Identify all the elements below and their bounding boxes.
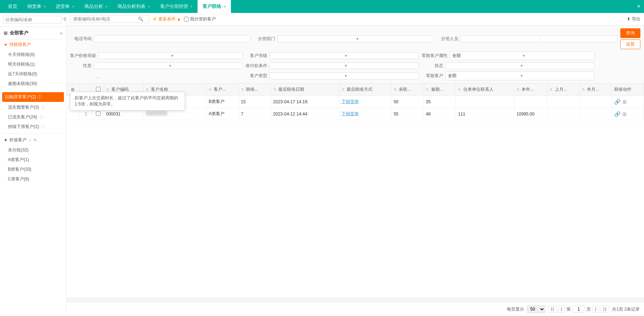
price-level-select[interactable]: ▼ (98, 52, 243, 59)
payment-select[interactable]: ▼ (269, 62, 418, 69)
filter-row-2: 客户价格等级 ▼ 客户等级 ▼ 零散客户属性 (70, 51, 640, 60)
nav-purchase-order[interactable]: 进货单 × (51, 0, 79, 13)
row1-grid-icon[interactable]: ⊞ (622, 99, 627, 105)
row1-unit-contact (456, 96, 514, 108)
row1-this-year (514, 96, 547, 108)
my-customer-checkbox[interactable] (184, 17, 189, 22)
sidebar-item-7day-pending[interactable]: 近7天待联络(0) (0, 69, 66, 79)
row1-contact-method-link[interactable]: 下销货单 (342, 99, 359, 104)
sidebar-item-ungrouped[interactable]: 未分组(32) (0, 145, 66, 155)
col-customer-type[interactable]: ⇅ 客户... (207, 84, 239, 96)
manager-select[interactable]: ... (460, 36, 617, 42)
row2-link-icon[interactable]: 🔗 (614, 111, 620, 117)
setting-button[interactable]: 设置 (620, 39, 640, 49)
row1-customer-type: B类客户 (207, 96, 239, 108)
sidebar-item-repurchase-abnormal[interactable]: 回购异常客户(2) ⓘ (2, 92, 64, 102)
row2-select[interactable] (96, 111, 101, 116)
filter-my-customer: 我分管的客户 (184, 16, 216, 22)
row2-this-month (580, 108, 612, 120)
customer-type-select[interactable]: ▼ (269, 72, 418, 79)
col-contact-count[interactable]: ⇅ 联络... (238, 84, 271, 96)
edit-icon[interactable]: ○ (29, 138, 31, 143)
col-last-month[interactable]: ⇅ 上月... (547, 84, 580, 96)
horizontal-scrollbar[interactable] (66, 298, 644, 302)
arrow-down-icon: ▼ (4, 42, 8, 47)
sort-arrows10: ⇅ (516, 88, 519, 91)
close-product-analysis-icon[interactable]: × (105, 4, 107, 9)
filter-search-input[interactable] (73, 16, 138, 22)
col-unit-contact[interactable]: ⇅ 往来单位联系人 (456, 84, 514, 96)
row1-last-contact-date: 2023-04-17 14:19: (271, 96, 339, 108)
col-overdue[interactable]: ⇅ 逾期... (423, 84, 456, 96)
next-page-button[interactable]: ⟩ (592, 306, 599, 313)
col-last-contact-method[interactable]: ⇅ 最后联络方式 (339, 84, 391, 96)
col-this-month[interactable]: ⇅ 本月... (580, 84, 612, 96)
sidebar-item-class-c[interactable]: C类客户(6) (0, 174, 66, 184)
sidebar-item-declining[interactable]: 持续下滑客户(2) ⓘ (0, 122, 66, 132)
per-page-select[interactable]: 50 20 100 200 (527, 305, 545, 313)
col-actions: 联络动作 (612, 84, 644, 96)
top-navigation: 首页 销货单 × 进货单 × 商品分析 × 商品分析列表 × 客户分层经营 × … (0, 0, 644, 13)
sidebar-item-class-a[interactable]: A类客户(1) (0, 155, 66, 165)
sidebar-item-overdue-contact[interactable]: 逾期未联络(30) (0, 79, 66, 89)
phone-input[interactable] (94, 35, 251, 43)
row2-contact-method-link[interactable]: 下销货单 (342, 111, 359, 116)
sidebar-search-input[interactable] (3, 16, 62, 24)
more-dots-button[interactable]: ... (95, 73, 99, 79)
settings-icon[interactable]: ✎ (33, 138, 37, 143)
sidebar-item-churned[interactable]: 已流失客户(24) ⓘ (0, 112, 66, 122)
col-this-year[interactable]: ⇅ 本年... (514, 84, 547, 96)
nav-sales-order[interactable]: 销货单 × (22, 0, 51, 13)
nav-product-analysis[interactable]: 商品分析 × (79, 0, 112, 13)
close-product-analysis-list-icon[interactable]: × (148, 4, 150, 9)
sort-arrows4: ⇅ (241, 88, 244, 91)
retail-customer-select[interactable]: 全部 ▼ (445, 71, 594, 80)
sidebar-search-icon[interactable]: 🔍 (63, 17, 66, 22)
arrow-down-icon2: ▼ (4, 138, 8, 143)
sidebar-item-churn-warning[interactable]: 流失预警客户(3) ⓘ (0, 103, 66, 112)
close-customer-contact-icon[interactable]: × (223, 4, 226, 9)
first-page-button[interactable]: ⟨⟨ (548, 306, 557, 313)
sidebar-item-today-pending[interactable]: 今天待联络(0) (0, 50, 66, 60)
dept-select[interactable]: ▼ (277, 36, 434, 42)
gender-select[interactable]: ▼ (94, 62, 243, 69)
close-all-tabs-button[interactable]: × (637, 3, 640, 10)
pagination-nav: ⟨⟨ ⟨ 第 页 ⟩ ⟩⟩ (548, 306, 609, 313)
close-customer-segment-icon[interactable]: × (190, 4, 193, 9)
nav-customer-segment[interactable]: 客户分层经营 × (155, 0, 198, 13)
sort-arrows12: ⇅ (582, 88, 585, 91)
customer-level-select[interactable]: ▼ (269, 52, 418, 59)
sidebar-group-pending-contact[interactable]: ▼ 待联络客户 (0, 39, 66, 50)
query-button[interactable]: 查询 (620, 28, 640, 38)
row1-last-contact-method: 下销货单 (339, 96, 391, 108)
sidebar: 🔍 ⊞ 全部客户 » ▼ 待联络客户 今天待联络(0) 明天待联络(1) 近7天… (0, 13, 66, 316)
sidebar-item-class-b[interactable]: B类客户(33) (0, 165, 66, 174)
filter-search-icon[interactable]: 🔍 (138, 16, 143, 22)
prev-page-button[interactable]: ⟨ (558, 306, 565, 313)
row2-unit-contact: 111 (456, 108, 514, 120)
export-button[interactable]: ⬆ 导出 (627, 16, 640, 22)
nav-product-analysis-list[interactable]: 商品分析列表 × (112, 0, 155, 13)
close-sales-order-icon[interactable]: × (43, 4, 46, 9)
col-uncontact-days[interactable]: ⇅ 未联... (391, 84, 423, 96)
dept-label: 分管部门 (254, 36, 275, 42)
sidebar-item-tomorrow-pending[interactable]: 明天待联络(1) (0, 60, 66, 69)
close-purchase-order-icon[interactable]: × (72, 4, 74, 9)
current-page-input[interactable] (572, 306, 585, 313)
status-select[interactable]: ▼ (445, 62, 594, 69)
dept-arrow-icon: ▼ (356, 37, 431, 41)
col-last-contact-date[interactable]: ⇅ 最后联络日期 (271, 84, 339, 96)
sidebar-collapse-icon[interactable]: » (60, 30, 62, 36)
sidebar-all-customers-header[interactable]: ⊞ 全部客户 » (0, 27, 66, 39)
nav-home[interactable]: 首页 (3, 0, 22, 13)
sort-arrows8: ⇅ (426, 88, 429, 91)
row2-grid-icon[interactable]: ⊞ (622, 111, 627, 117)
data-table-area: ⚙ ⇅ 客户编码 ⇅ 客户名称 (66, 84, 644, 298)
select-all-checkbox[interactable] (96, 87, 101, 91)
last-page-button[interactable]: ⟩⟩ (601, 306, 609, 313)
row1-link-icon[interactable]: 🔗 (614, 99, 620, 105)
nav-customer-contact[interactable]: 客户联络 × (198, 0, 231, 13)
sidebar-value-group[interactable]: ▼ 价值客户 ○ ✎ (0, 135, 66, 145)
retail-attr-select[interactable]: 全部 ▼ (450, 51, 594, 60)
filter-more-conditions[interactable]: ⚡ 更多条件 ▲ (152, 16, 181, 22)
